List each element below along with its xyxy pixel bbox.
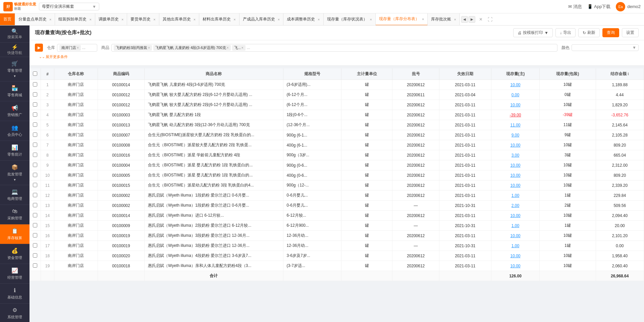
row-checkbox[interactable] <box>30 191 41 201</box>
row-qty-main[interactable]: 3.00 <box>491 150 540 160</box>
tab-9-close[interactable]: × <box>370 17 372 21</box>
product-more[interactable]: ... <box>247 45 250 50</box>
row-qty-main[interactable]: 10.00 <box>491 211 540 221</box>
tab-11[interactable]: 库存批次账 × <box>428 13 460 25</box>
tab-4-close[interactable]: × <box>153 17 155 21</box>
row-qty-main[interactable]: 10.00 <box>491 160 540 170</box>
sidebar-item-purchase[interactable]: 🛍 采购管理 <box>0 205 30 224</box>
row-checkbox[interactable] <box>30 211 41 221</box>
row-checkbox[interactable] <box>30 201 41 211</box>
tab-11-close[interactable]: × <box>454 17 456 21</box>
row-qty-main[interactable]: -39.00 <box>491 110 540 120</box>
row-checkbox[interactable] <box>30 80 41 90</box>
tab-8-close[interactable]: × <box>318 17 320 21</box>
sidebar-item-quicknav[interactable]: ⚡ 快捷导航 <box>0 43 30 57</box>
row-qty-main[interactable]: 10.00 <box>491 261 540 271</box>
filter-expand-toggle[interactable]: ▶ <box>35 44 43 52</box>
tab-9[interactable]: 现存量（库存状况表） × <box>324 13 376 25</box>
row-qty-main[interactable]: 10.00 <box>491 100 540 110</box>
row-checkbox[interactable] <box>30 160 41 170</box>
amount-info-icon[interactable]: ℹ <box>628 72 629 76</box>
row-checkbox[interactable] <box>30 241 41 251</box>
row-checkbox[interactable] <box>30 150 41 160</box>
query-button[interactable]: 查询 <box>602 28 619 37</box>
tab-6[interactable]: 材料出库单历史 × <box>199 13 239 25</box>
tab-1-close[interactable]: × <box>49 17 51 21</box>
sidebar-item-marketing[interactable]: 📢 营销推广 <box>0 101 30 121</box>
tab-10-close[interactable]: × <box>422 17 424 21</box>
nav-prev-button[interactable]: ◀ <box>461 16 468 23</box>
row-checkbox[interactable] <box>30 261 41 271</box>
row-checkbox[interactable] <box>30 170 41 180</box>
tab-home[interactable]: 首页 <box>0 13 15 25</box>
tab-2-close[interactable]: × <box>89 17 91 21</box>
warehouse-more[interactable]: ... <box>82 45 86 50</box>
row-checkbox[interactable] <box>30 231 41 241</box>
row-qty-main[interactable]: 1.00 <box>491 191 540 201</box>
row-checkbox[interactable] <box>30 120 41 130</box>
product-tag-1-remove[interactable]: × <box>148 46 150 50</box>
row-checkbox[interactable] <box>30 140 41 150</box>
row-qty-main[interactable]: 10.00 <box>491 180 540 191</box>
warehouse-tag-remove[interactable]: × <box>77 46 79 50</box>
tab-4[interactable]: 要货单历史 × <box>127 13 159 25</box>
sidebar-item-stats[interactable]: 📊 零售统计 <box>0 141 30 161</box>
color-filter-input[interactable]: ▼ <box>572 44 639 51</box>
sidebar-item-operations[interactable]: 📈 经营管理 <box>0 264 30 284</box>
row-qty-main[interactable]: 1.00 <box>491 221 540 231</box>
product-tag-3-remove[interactable]: × <box>241 46 244 50</box>
tab-6-close[interactable]: × <box>233 17 235 21</box>
export-button[interactable]: ↓ 导出 <box>555 28 576 37</box>
sidebar-item-system[interactable]: ⚙ 系统管理 <box>0 304 30 322</box>
product-filter-input[interactable]: 飞鹤奶粉3段丙推装 × 飞鹤星飞帆 儿童奶粉 4段(3-6岁适用) 700克 ×… <box>111 44 557 52</box>
row-qty-main[interactable]: 10.00 <box>491 231 540 241</box>
sidebar-item-wholesale[interactable]: 📦 批发管理 ▼ <box>0 161 30 185</box>
tab-7[interactable]: 产成品入库单历史 × <box>239 13 283 25</box>
row-qty-main[interactable]: 1.00 <box>491 241 540 251</box>
row-checkbox[interactable] <box>30 100 41 110</box>
print-button[interactable]: 🖨 按模板打印 ▼ <box>513 28 553 37</box>
row-qty-main[interactable]: 10.00 <box>491 170 540 180</box>
nav-close-all-button[interactable]: × <box>477 16 485 22</box>
warehouse-filter-input[interactable]: 南岸门店 × ... <box>57 44 97 52</box>
sidebar-item-basic[interactable]: ℹ 基础信息 <box>0 284 30 304</box>
expand-conditions-button[interactable]: ⌄⌄ 展开更多条件 <box>36 53 637 61</box>
refresh-button[interactable]: ↻ 刷新 <box>578 28 600 37</box>
settings-button[interactable]: 设置 <box>622 28 639 37</box>
sidebar-item-ecommerce[interactable]: 💻 电商管理 <box>0 185 30 205</box>
tab-1[interactable]: 分量盘点单历史 × <box>15 13 55 25</box>
tab-5[interactable]: 其他出库单历史 × <box>159 13 199 25</box>
row-qty-main[interactable]: 10.00 <box>491 80 540 90</box>
row-qty-main[interactable]: 10.00 <box>491 251 540 261</box>
row-checkbox[interactable] <box>30 180 41 191</box>
row-qty-main[interactable]: 0.00 <box>491 90 540 100</box>
sidebar-item-search[interactable]: 🔍 搜索英单 <box>0 25 30 43</box>
row-qty-main[interactable]: 2.00 <box>491 201 540 211</box>
app-download-button[interactable]: 📱 App下载 <box>587 4 610 10</box>
tab-2[interactable]: 组装拆卸单历史 × <box>55 13 95 25</box>
row-checkbox[interactable] <box>30 90 41 100</box>
user-info[interactable]: Ea demo2 <box>616 2 641 11</box>
row-qty-main[interactable]: 10.00 <box>491 140 540 150</box>
message-button[interactable]: ✉ 消息 <box>568 4 582 10</box>
row-checkbox[interactable] <box>30 251 41 261</box>
nav-maximize-button[interactable]: ⛶ <box>485 17 495 22</box>
sidebar-item-member[interactable]: 👥 会员中心 <box>0 121 30 141</box>
product-tag-2-remove[interactable]: × <box>227 46 229 50</box>
row-checkbox[interactable] <box>30 221 41 231</box>
sidebar-item-mall[interactable]: 🏪 零售商城 <box>0 82 30 101</box>
select-all-checkbox[interactable] <box>33 71 37 76</box>
tab-5-close[interactable]: × <box>194 17 196 21</box>
nav-next-button[interactable]: ▶ <box>469 16 475 23</box>
store-selector[interactable]: 母婴行业演示账套 ▼ <box>39 3 99 10</box>
tab-3-close[interactable]: × <box>121 17 123 21</box>
sidebar-item-inventory[interactable]: 📋 库存核算 <box>0 224 30 244</box>
tab-7-close[interactable]: × <box>278 17 280 21</box>
row-qty-main[interactable]: 11.00 <box>491 120 540 130</box>
sidebar-item-finance[interactable]: 💰 资金管理 <box>0 244 30 264</box>
tab-3[interactable]: 调拨单历史 × <box>95 13 127 25</box>
tab-8[interactable]: 成本调整单历史 × <box>283 13 323 25</box>
tab-10[interactable]: 现存量（库存分布表） × <box>376 13 428 25</box>
row-checkbox[interactable] <box>30 110 41 120</box>
row-checkbox[interactable] <box>30 130 41 140</box>
